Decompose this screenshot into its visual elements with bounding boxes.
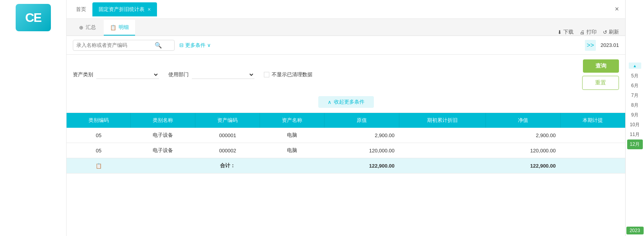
logo-text: CE [25,11,41,25]
cell-original-value: 120,000.00 [325,143,399,158]
tab-bar: ⊕ 汇总 📋 明细 ⬇ 下载 🖨 打印 ↺ 刷新 [67,19,625,36]
asset-category-field: 资产类别 电子设备 [73,70,159,79]
refresh-label: 刷新 [609,29,619,36]
col-category-code: 类别编码 [67,113,131,128]
search-icon[interactable]: 🔍 [155,42,162,49]
cell-original-value: 2,900.00 [325,128,399,143]
home-nav-item[interactable]: 首页 [73,6,89,13]
col-current-period: 本期计提 [560,113,625,128]
year-badge: 2023 [626,227,644,234]
tab-summary-label: 汇总 [86,24,96,31]
print-icon: 🖨 [580,29,585,35]
asset-category-select[interactable]: 电子设备 [96,70,159,79]
table-header-row: 类别编码 类别名称 资产编码 资产名称 原值 期初累计折旧 净值 本期计提 [67,113,625,128]
month-btn-12月[interactable]: 12月 [627,139,643,149]
filter-bar: 🔍 ⊟ 更多条件 ∨ >> 2023.01 [67,36,625,55]
month-btn-11月[interactable]: 11月 [627,130,643,139]
col-net-value: 净值 [486,113,561,128]
cell-current-period [560,128,625,143]
col-original-value: 原值 [325,113,399,128]
search-input[interactable] [76,42,155,48]
download-button[interactable]: ⬇ 下载 [557,29,574,36]
col-asset-code: 资产编码 [195,113,260,128]
cell-asset-name: 电脑 [260,143,325,158]
cell-asset-name: 电脑 [260,128,325,143]
month-btn-6月[interactable]: 6月 [627,81,643,91]
month-btn-8月[interactable]: 8月 [627,100,643,110]
reset-button[interactable]: 重置 [582,76,619,90]
chevron-down-icon: ∨ [207,42,211,48]
cell-accumulated-dep [399,128,486,143]
more-filter-label: 更多条件 [185,42,206,49]
month-btn-5月[interactable]: 5月 [627,71,643,81]
advanced-filter: 资产类别 电子设备 使用部门 不显示已清理数据 查询 重置 [67,55,625,113]
active-tab-label: 固定资产折旧统计表 [99,6,144,13]
data-table: 类别编码 类别名称 资产编码 资产名称 原值 期初累计折旧 净值 本期计提 05… [67,113,625,173]
tab-detail-label: 明细 [119,24,129,31]
department-select[interactable] [192,70,254,79]
cell-net-value: 120,000.00 [486,143,561,158]
download-label: 下载 [563,29,574,36]
cell-category-name: 电子设备 [131,143,195,158]
department-label: 使用部门 [168,71,189,78]
collapse-button[interactable]: ∧ 收起更多条件 [318,96,374,108]
col-asset-name: 资产名称 [260,113,325,128]
filter-row-1: 资产类别 电子设备 使用部门 不显示已清理数据 查询 重置 [73,59,619,90]
refresh-button[interactable]: ↺ 刷新 [603,29,619,36]
download-icon: ⬇ [557,29,562,35]
department-field: 使用部门 [168,70,254,79]
subtotal-accumulated-dep [399,158,486,173]
col-accumulated-dep: 期初累计折旧 [399,113,486,128]
cell-category-name: 电子设备 [131,128,195,143]
scroll-up-button[interactable]: ▲ [629,63,641,69]
collapse-bar: ∧ 收起更多条件 [73,93,619,108]
collapse-label: 收起更多条件 [334,98,364,105]
print-label: 打印 [586,29,597,36]
logo: CE [16,4,51,31]
subtotal-row: 📋 合计： 122,900.00 122,900.00 [67,158,625,173]
cell-net-value: 2,900.00 [486,128,561,143]
cell-current-period [560,143,625,158]
no-cleared-label: 不显示已清理数据 [272,71,312,78]
action-buttons: 查询 重置 [582,59,619,90]
no-cleared-field: 不显示已清理数据 [264,71,312,78]
summary-icon: ⊕ [79,25,83,30]
right-month-bar: ▲ 5月6月7月8月9月10月11月12月 2023 [625,0,644,236]
tab-summary[interactable]: ⊕ 汇总 [73,20,102,36]
tab-actions: ⬇ 下载 🖨 打印 ↺ 刷新 [557,29,619,36]
tab-detail[interactable]: 📋 明细 [104,20,135,36]
cell-asset-code: 000002 [195,143,260,158]
print-button[interactable]: 🖨 打印 [580,29,597,36]
tab-close-button[interactable]: × [148,6,151,13]
table-wrap: 类别编码 类别名称 资产编码 资产名称 原值 期初累计折旧 净值 本期计提 05… [67,113,625,236]
no-cleared-checkbox[interactable] [264,72,269,77]
more-filter-button[interactable]: ⊟ 更多条件 ∨ [179,42,211,49]
date-badge: 2023.01 [601,42,619,48]
month-btn-9月[interactable]: 9月 [627,110,643,120]
subtotal-icon: 📋 [67,158,131,173]
cell-category-code: 05 [67,143,131,158]
cell-asset-code: 000001 [195,128,260,143]
cell-accumulated-dep [399,143,486,158]
detail-icon: 📋 [110,25,116,30]
active-tab[interactable]: 固定资产折旧统计表 × [92,2,157,16]
window-close-button[interactable]: × [615,5,619,13]
table-row: 05 电子设备 000002 电脑 120,000.00 120,000.00 [67,143,625,158]
refresh-icon: ↺ [603,29,607,35]
month-btn-10月[interactable]: 10月 [627,120,643,130]
subtotal-label: 合计： [131,158,325,173]
left-sidebar: CE [0,0,67,236]
asset-category-label: 资产类别 [73,71,93,78]
subtotal-current-period [560,158,625,173]
query-button[interactable]: 查询 [583,59,619,73]
top-nav: 首页 固定资产折旧统计表 × × [67,0,625,19]
cell-category-code: 05 [67,128,131,143]
subtotal-original-value: 122,900.00 [325,158,399,173]
subtotal-net-value: 122,900.00 [486,158,561,173]
expand-panel-button[interactable]: >> [585,40,596,51]
collapse-icon: ∧ [328,99,332,105]
month-btn-7月[interactable]: 7月 [627,91,643,100]
search-input-wrap: 🔍 [73,40,175,51]
table-row: 05 电子设备 000001 电脑 2,900.00 2,900.00 [67,128,625,143]
main-area: 首页 固定资产折旧统计表 × × ⊕ 汇总 📋 明细 ⬇ 下载 🖨 打印 ↺ [67,0,625,236]
